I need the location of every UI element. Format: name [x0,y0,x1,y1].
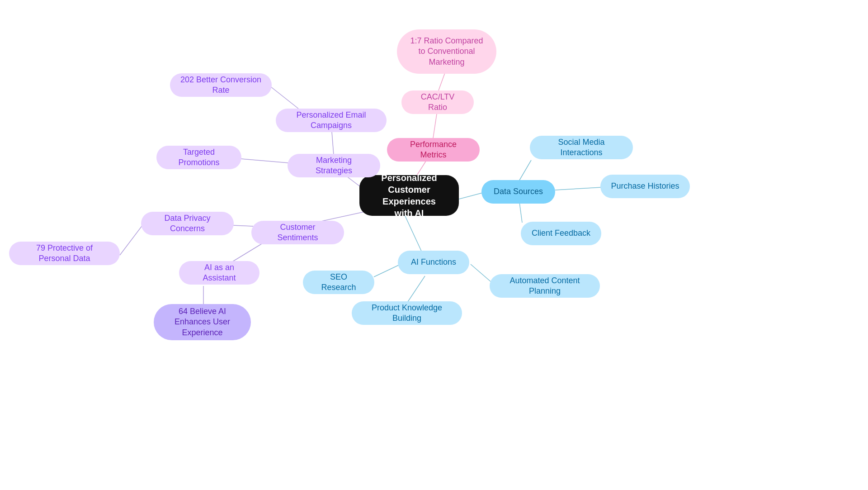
svg-line-6 [241,159,288,163]
data-sources-node: Data Sources [481,180,555,204]
social-media-node: Social Media Interactions [530,136,633,159]
ai-functions-label: AI Functions [411,257,456,267]
svg-line-16 [459,193,483,199]
performance-node: Performance Metrics [387,138,480,162]
better-conversion-node: 202 Better Conversion Rate [170,73,272,97]
ai-assistant-label: AI as an Assistant [189,262,250,284]
purchase-histories-node: Purchase Histories [600,175,690,198]
customer-sentiments-node: Customer Sentiments [251,221,344,244]
marketing-label: Marketing Strategies [297,155,370,176]
customer-sentiments-label: Customer Sentiments [261,222,334,243]
svg-line-13 [374,264,401,277]
automated-content-node: Automated Content Planning [490,274,600,298]
social-media-label: Social Media Interactions [540,137,623,158]
better-conversion-label: 202 Better Conversion Rate [180,75,262,96]
data-privacy-label: Data Privacy Concerns [151,213,224,234]
ai-functions-node: AI Functions [398,251,469,274]
svg-line-5 [270,86,298,109]
email-campaigns-node: Personalized Email Campaigns [276,109,387,132]
product-knowledge-node: Product Knowledge Building [352,301,462,325]
svg-line-9 [120,225,142,255]
targeted-promos-label: Targeted Promotions [166,147,231,168]
seo-research-node: SEO Research [303,271,374,294]
automated-content-label: Automated Content Planning [500,276,590,297]
data-sources-label: Data Sources [494,186,543,197]
marketing-node: Marketing Strategies [288,154,380,177]
client-feedback-node: Client Feedback [521,222,601,245]
ai-assistant-node: AI as an Assistant [179,261,259,285]
email-campaigns-label: Personalized Email Campaigns [286,110,377,131]
purchase-histories-label: Purchase Histories [611,181,679,191]
cac-label: CAC/LTV Ratio [411,92,464,113]
cac-node: CAC/LTV Ratio [401,90,474,114]
believe-ai-label: 64 Believe AI Enhances User Experience [164,306,241,338]
svg-line-8 [233,225,253,226]
protective-data-label: 79 Protective of Personal Data [19,243,110,264]
believe-ai-node: 64 Believe AI Enhances User Experience [154,304,251,340]
center-node: Personalized Customer Experiences with A… [359,175,459,216]
seo-research-label: SEO Research [313,272,364,293]
data-privacy-node: Data Privacy Concerns [141,212,234,235]
center-label: Personalized Customer Experiences with A… [375,172,443,219]
targeted-promos-node: Targeted Promotions [156,146,241,169]
svg-line-15 [471,264,491,281]
svg-line-17 [519,160,531,181]
protective-data-node: 79 Protective of Personal Data [9,242,120,265]
client-feedback-label: Client Feedback [532,228,590,238]
performance-label: Performance Metrics [397,139,470,161]
svg-line-14 [407,276,425,303]
ratio-node: 1:7 Ratio Compared to Conventional Marke… [397,29,496,74]
ratio-label: 1:7 Ratio Compared to Conventional Marke… [407,36,486,67]
svg-line-18 [555,187,601,190]
product-knowledge-label: Product Knowledge Building [362,303,452,324]
